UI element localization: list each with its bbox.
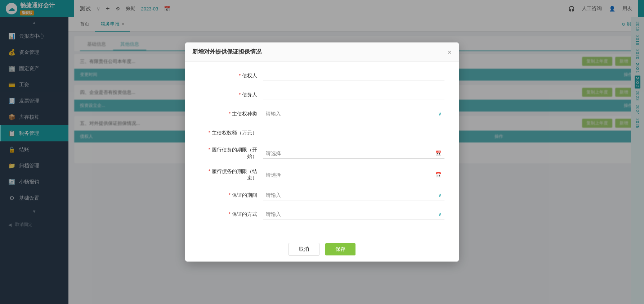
period-end-input[interactable] <box>266 172 435 178</box>
guarantee-period-select[interactable]: ∨ <box>263 190 444 200</box>
guarantee-method-select[interactable]: ∨ <box>263 209 444 219</box>
modal-overlay: 新增对外提供保证担保情况 × * 债权人 * 债务人 <box>0 0 644 304</box>
debt-type-input[interactable] <box>266 111 438 117</box>
modal-footer: 取消 保存 <box>185 237 459 262</box>
modal-body: * 债权人 * 债务人 * 主债权种类 <box>185 62 459 237</box>
form-row-creditor: * 债权人 <box>200 71 444 81</box>
form-row-debtor: * 债务人 <box>200 90 444 100</box>
guarantee-method-input[interactable] <box>266 211 438 217</box>
debt-type-required-star: * <box>229 111 231 117</box>
debt-type-label: * 主债权种类 <box>200 111 257 117</box>
modal-title: 新增对外提供保证担保情况 <box>192 48 261 56</box>
debt-amount-required-star: * <box>209 130 210 136</box>
guarantee-period-label: * 保证的期间 <box>200 192 257 199</box>
guarantee-period-input[interactable] <box>266 192 438 198</box>
period-start-label: * 履行债务的期限（开始） <box>200 147 257 160</box>
period-start-calendar-icon: 📅 <box>435 150 442 156</box>
guarantee-period-arrow-icon: ∨ <box>438 192 442 198</box>
debt-amount-input[interactable] <box>263 128 444 138</box>
period-end-date[interactable]: 📅 <box>263 170 444 180</box>
period-end-calendar-icon: 📅 <box>435 172 442 178</box>
creditor-required-star: * <box>239 73 241 78</box>
form-row-period-start: * 履行债务的期限（开始） 📅 <box>200 147 444 160</box>
guarantee-method-required-star: * <box>229 211 231 217</box>
creditor-input[interactable] <box>263 71 444 81</box>
guarantee-period-required-star: * <box>229 192 231 198</box>
save-button[interactable]: 保存 <box>325 243 355 255</box>
period-start-input[interactable] <box>266 150 435 156</box>
debtor-label: * 债务人 <box>200 92 257 98</box>
guarantee-method-arrow-icon: ∨ <box>438 211 442 217</box>
cancel-button[interactable]: 取消 <box>289 243 319 256</box>
creditor-label: * 债权人 <box>200 73 257 79</box>
form-row-period-end: * 履行债务的期限（结束） 📅 <box>200 168 444 181</box>
guarantee-method-label: * 保证的方式 <box>200 211 257 218</box>
form-row-debt-amount: * 主债权数额（万元） <box>200 128 444 138</box>
modal-header: 新增对外提供保证担保情况 × <box>185 42 459 62</box>
debtor-required-star: * <box>239 92 241 97</box>
period-start-date[interactable]: 📅 <box>263 148 444 159</box>
form-row-guarantee-period: * 保证的期间 ∨ <box>200 190 444 200</box>
form-row-debt-type: * 主债权种类 ∨ <box>200 109 444 119</box>
modal-close-button[interactable]: × <box>447 49 452 56</box>
debt-type-select[interactable]: ∨ <box>263 109 444 119</box>
period-end-required-star: * <box>209 168 210 174</box>
debt-type-arrow-icon: ∨ <box>438 111 442 117</box>
period-end-label: * 履行债务的期限（结束） <box>200 168 257 181</box>
debt-amount-label: * 主债权数额（万元） <box>200 130 257 136</box>
modal-dialog: 新增对外提供保证担保情况 × * 债权人 * 债务人 <box>185 42 459 262</box>
period-start-required-star: * <box>209 147 210 153</box>
debtor-input[interactable] <box>263 90 444 100</box>
form-row-guarantee-method: * 保证的方式 ∨ <box>200 209 444 219</box>
